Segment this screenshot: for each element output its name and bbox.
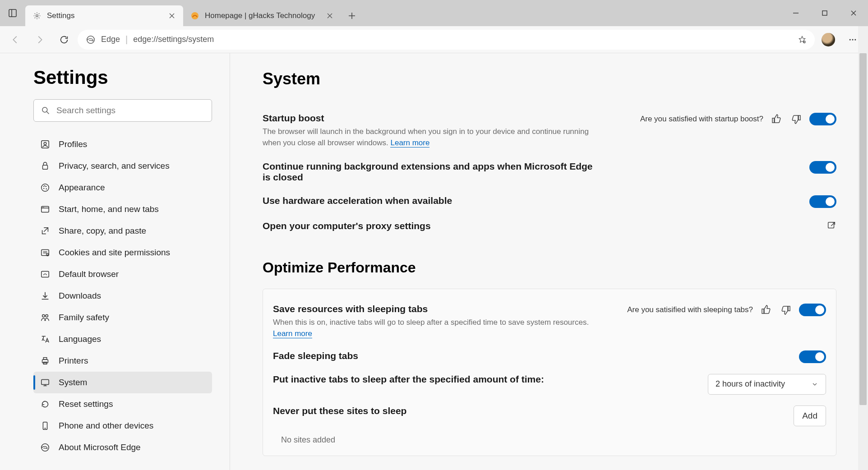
sidebar-item-system[interactable]: System — [33, 372, 212, 393]
sidebar-item-privacy[interactable]: Privacy, search, and services — [33, 155, 212, 177]
reset-icon — [40, 399, 51, 410]
site-identity-label: Edge — [101, 35, 120, 44]
background-apps-toggle[interactable] — [809, 161, 836, 174]
reload-button[interactable] — [53, 29, 75, 51]
tab-settings[interactable]: Settings — [25, 5, 183, 26]
family-icon — [40, 312, 51, 323]
thumbs-down-button[interactable] — [790, 114, 801, 124]
setting-title: Use hardware acceleration when available — [263, 195, 596, 206]
url-text: edge://settings/system — [133, 35, 214, 44]
sidebar-item-phone[interactable]: Phone and other devices — [33, 415, 212, 437]
minimize-button[interactable] — [781, 0, 810, 26]
favorite-button[interactable] — [798, 35, 807, 44]
search-input[interactable] — [56, 106, 204, 115]
setting-title: Save resources with sleeping tabs — [273, 304, 607, 314]
languages-icon — [40, 334, 51, 345]
setting-title: Never put these sites to sleep — [273, 405, 607, 416]
svg-point-18 — [46, 186, 46, 187]
sidebar-item-printers[interactable]: Printers — [33, 350, 212, 372]
sidebar-item-profiles[interactable]: Profiles — [33, 134, 212, 155]
sidebar-item-label: Downloads — [59, 291, 101, 301]
hardware-accel-toggle[interactable] — [809, 195, 836, 208]
sidebar-item-default[interactable]: Default browser — [33, 263, 212, 285]
setting-background-apps: Continue running background extensions a… — [263, 155, 836, 189]
close-window-button[interactable] — [839, 0, 868, 26]
sidebar-item-languages[interactable]: Languages — [33, 328, 212, 350]
sidebar-item-label: Family safety — [59, 313, 109, 323]
cookies-icon — [40, 247, 51, 258]
svg-rect-0 — [9, 9, 16, 17]
sidebar-item-label: Privacy, search, and services — [59, 161, 170, 171]
svg-rect-35 — [42, 380, 49, 385]
sidebar-item-label: About Microsoft Edge — [59, 442, 141, 452]
plus-icon — [348, 12, 356, 20]
sidebar-item-label: Share, copy, and paste — [59, 226, 146, 236]
learn-more-link[interactable]: Learn more — [273, 329, 312, 338]
learn-more-link[interactable]: Learn more — [390, 138, 429, 147]
sidebar-item-label: Phone and other devices — [59, 421, 153, 431]
setting-proxy[interactable]: Open your computer's proxy settings — [263, 214, 836, 238]
svg-point-9 — [852, 39, 854, 40]
thumbs-up-button[interactable] — [761, 304, 772, 315]
no-sites-label: No sites added — [273, 432, 826, 445]
sidebar-item-label: Start, home, and new tabs — [59, 204, 159, 214]
tab-actions-button[interactable] — [0, 0, 25, 26]
close-icon — [327, 13, 332, 18]
sleeping-tabs-toggle[interactable] — [799, 304, 826, 316]
svg-point-22 — [42, 207, 43, 207]
chevron-down-icon — [811, 381, 818, 388]
svg-point-11 — [42, 107, 47, 112]
svg-rect-41 — [828, 222, 834, 228]
sidebar-item-reset[interactable]: Reset settings — [33, 393, 212, 415]
reload-icon — [59, 35, 69, 45]
sidebar-item-about[interactable]: About Microsoft Edge — [33, 437, 212, 458]
sidebar-item-downloads[interactable]: Downloads — [33, 285, 212, 307]
setting-inactive-timeout: Put inactive tabs to sleep after the spe… — [273, 369, 826, 400]
thumbs-down-icon — [780, 304, 791, 315]
address-bar[interactable]: Edge | edge://settings/system — [78, 30, 815, 50]
tab-ghacks[interactable]: Homepage | gHacks Technology — [183, 5, 341, 26]
sidebar-item-label: Appearance — [59, 183, 105, 193]
thumbs-down-button[interactable] — [780, 304, 791, 315]
svg-point-8 — [850, 39, 851, 40]
edge-icon — [86, 35, 96, 45]
sidebar-item-start[interactable]: Start, home, and new tabs — [33, 198, 212, 220]
sidebar-item-family[interactable]: Family safety — [33, 307, 212, 328]
setting-title: Continue running background extensions a… — [263, 161, 596, 183]
vertical-scrollbar[interactable] — [858, 26, 868, 470]
new-tab-button[interactable] — [341, 5, 363, 26]
profile-button[interactable] — [817, 29, 839, 51]
scrollbar-thumb[interactable] — [859, 53, 867, 405]
fade-sleeping-toggle[interactable] — [799, 350, 826, 363]
settings-search[interactable] — [33, 99, 212, 122]
setting-title: Startup boost — [263, 113, 596, 124]
sidebar-item-cookies[interactable]: Cookies and site permissions — [33, 242, 212, 263]
tab-close-button[interactable] — [326, 12, 334, 20]
profiles-icon — [40, 139, 51, 150]
svg-line-12 — [47, 112, 49, 114]
sidebar-item-label: Reset settings — [59, 399, 113, 409]
svg-rect-28 — [42, 272, 49, 277]
sidebar-item-label: Languages — [59, 334, 101, 344]
startup-boost-toggle[interactable] — [809, 113, 836, 125]
tab-close-button[interactable] — [168, 12, 176, 20]
divider: | — [125, 34, 128, 45]
forward-button[interactable] — [29, 29, 51, 51]
thumbs-up-button[interactable] — [771, 114, 782, 124]
thumbs-up-icon — [771, 114, 782, 124]
inactive-timeout-dropdown[interactable]: 2 hours of inactivity — [708, 374, 826, 395]
maximize-button[interactable] — [810, 0, 839, 26]
sidebar-item-label: Cookies and site permissions — [59, 248, 170, 258]
svg-point-17 — [43, 188, 44, 189]
maximize-icon — [822, 10, 828, 16]
settings-nav: ProfilesPrivacy, search, and servicesApp… — [33, 134, 230, 458]
sidebar-item-label: Printers — [59, 356, 88, 366]
ghacks-favicon — [190, 11, 199, 20]
add-site-button[interactable]: Add — [794, 405, 826, 426]
back-button[interactable] — [5, 29, 26, 51]
sidebar-item-share[interactable]: Share, copy, and paste — [33, 220, 212, 242]
sidebar-item-appearance[interactable]: Appearance — [33, 177, 212, 198]
tab-list: Settings Homepage | gHacks Technology — [25, 0, 363, 26]
performance-card: Save resources with sleeping tabs When t… — [263, 289, 836, 456]
star-add-icon — [798, 35, 807, 44]
